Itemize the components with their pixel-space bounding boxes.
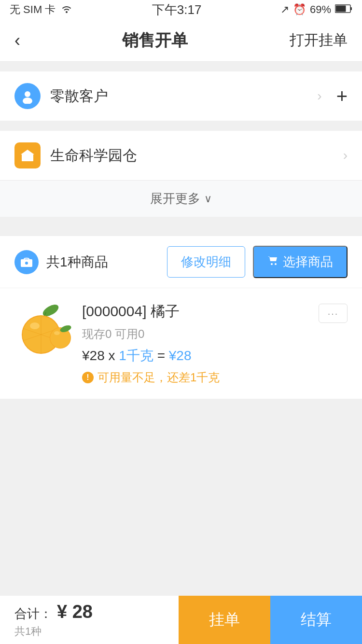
status-time: 下午3:17	[152, 1, 202, 18]
customer-arrow-icon: ›	[317, 88, 321, 104]
multiply-sign: x	[109, 348, 119, 363]
total-label: 合计：	[14, 605, 52, 622]
warning-icon: !	[82, 372, 94, 383]
product-quantity: 1千克	[119, 348, 153, 363]
equals-sign: =	[157, 348, 169, 363]
expand-arrow-icon: ∨	[204, 193, 212, 205]
svg-rect-1	[350, 7, 352, 10]
svg-rect-2	[336, 6, 346, 12]
no-sim-text: 无 SIM 卡	[10, 2, 56, 17]
warehouse-name: 生命科学园仓	[50, 146, 343, 166]
add-customer-button[interactable]: +	[336, 85, 348, 107]
status-bar: 无 SIM 卡 下午3:17 ↗ ⏰ 69%	[0, 0, 362, 19]
cart-icon	[267, 256, 279, 268]
section-gap-1	[0, 62, 362, 71]
product-warning: ! 可用量不足，还差1千克	[82, 370, 309, 385]
product-more-button[interactable]: ···	[319, 304, 348, 323]
warehouse-icon	[14, 142, 41, 168]
location-icon: ↗	[280, 3, 289, 16]
wifi-icon	[60, 3, 73, 16]
modify-detail-button[interactable]: 修改明细	[167, 246, 245, 278]
select-product-button[interactable]: 选择商品	[253, 246, 348, 278]
section-gap-2	[0, 217, 362, 226]
total-amount: ¥ 28	[57, 602, 93, 622]
checkout-button[interactable]: 结算	[270, 596, 362, 644]
svg-rect-5	[22, 154, 33, 161]
status-left: 无 SIM 卡	[10, 2, 73, 17]
product-unit-price: ¥28	[82, 348, 105, 363]
battery-percent: 69%	[310, 3, 331, 16]
battery-icon	[335, 3, 352, 16]
total-count: 共1种	[14, 624, 164, 639]
product-id: [0000004]	[82, 303, 151, 319]
product-item: [0000004] 橘子 现存0 可用0 ¥28 x 1千克 = ¥28 ! 可…	[0, 288, 362, 399]
svg-point-18	[54, 331, 60, 335]
product-image	[14, 302, 72, 360]
products-header: 共1种商品 修改明细 选择商品	[0, 236, 362, 288]
customer-name[interactable]: 零散客户	[50, 86, 317, 106]
svg-marker-6	[21, 150, 34, 154]
status-right: ↗ ⏰ 69%	[280, 3, 352, 16]
back-button[interactable]: ‹	[14, 30, 20, 51]
svg-point-3	[25, 91, 30, 97]
footer-total-row: 合计： ¥ 28	[14, 602, 164, 622]
footer: 合计： ¥ 28 共1种 挂单 结算	[0, 596, 362, 644]
hang-order-button[interactable]: 挂单	[179, 596, 270, 644]
svg-point-10	[275, 263, 277, 265]
product-info: [0000004] 橘子 现存0 可用0 ¥28 x 1千克 = ¥28 ! 可…	[82, 302, 309, 385]
warning-text: 可用量不足，还差1千克	[97, 370, 220, 385]
products-count: 共1种商品	[46, 253, 159, 271]
warehouse-arrow-icon: ›	[343, 148, 348, 163]
alarm-icon: ⏰	[293, 3, 306, 16]
customer-section: 零散客户 › +	[0, 71, 362, 121]
product-name: 橘子	[151, 303, 180, 319]
products-icon	[14, 250, 39, 274]
svg-point-9	[271, 263, 273, 265]
select-product-label: 选择商品	[283, 253, 333, 270]
product-stock: 现存0 可用0	[82, 326, 309, 342]
open-pending-button[interactable]: 打开挂单	[290, 30, 348, 50]
svg-point-4	[23, 98, 32, 104]
warehouse-section[interactable]: 生命科学园仓 ›	[0, 131, 362, 180]
products-section: 共1种商品 修改明细 选择商品	[0, 236, 362, 399]
expand-more-button[interactable]: 展开更多 ∨	[0, 180, 362, 217]
product-price-row[interactable]: ¥28 x 1千克 = ¥28	[82, 347, 309, 365]
footer-total: 合计： ¥ 28 共1种	[0, 596, 179, 644]
expand-more-label: 展开更多	[150, 190, 200, 207]
svg-point-15	[30, 322, 40, 329]
product-total: ¥28	[169, 348, 192, 363]
nav-bar: ‹ 销售开单 打开挂单	[0, 19, 362, 62]
product-title: [0000004] 橘子	[82, 302, 309, 322]
page-title: 销售开单	[122, 29, 188, 52]
more-dots-icon: ···	[328, 308, 339, 319]
customer-avatar	[14, 83, 41, 109]
svg-point-8	[25, 262, 28, 265]
